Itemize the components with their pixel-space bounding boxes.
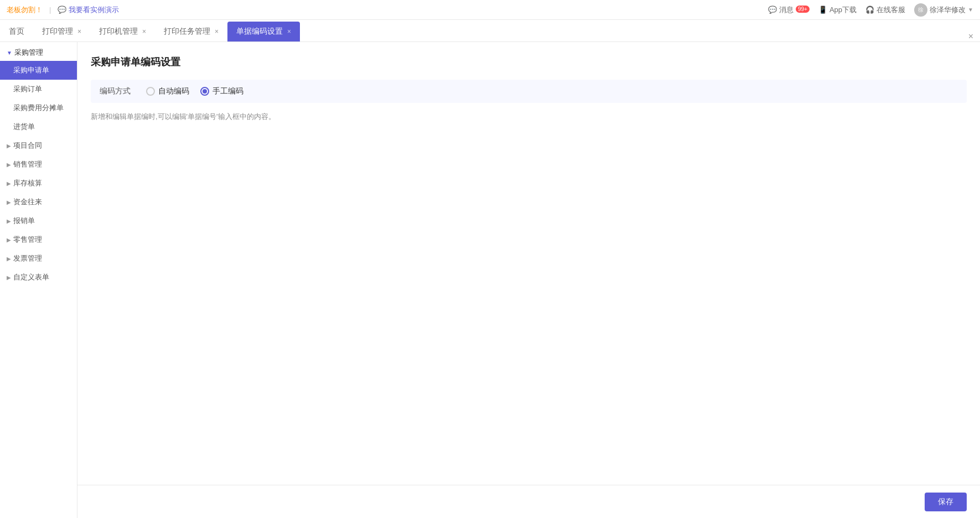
main-layout: ▼ 采购管理 采购申请单 采购订单 采购费用分摊单 进货单 ▶ 项目合同 ▶ 销… xyxy=(0,42,980,518)
sidebar-group-invoice[interactable]: ▶ 发票管理 xyxy=(0,249,77,268)
tab-barcode-setting[interactable]: 单据编码设置 × xyxy=(227,22,300,42)
save-button[interactable]: 保存 xyxy=(925,493,967,511)
sidebar-group-purchase[interactable]: ▼ 采购管理 xyxy=(0,42,77,61)
sidebar-group-funds[interactable]: ▶ 资金往来 xyxy=(0,193,77,211)
chevron-right-icon: ▶ xyxy=(7,180,11,187)
sidebar-group-sales[interactable]: ▶ 销售管理 xyxy=(0,155,77,174)
sidebar-group-project-contract[interactable]: ▶ 项目合同 xyxy=(0,136,77,155)
sidebar-item-purchase-order[interactable]: 采购订单 xyxy=(0,80,77,99)
sidebar-group-retail[interactable]: ▶ 零售管理 xyxy=(0,230,77,249)
tab-printer-mgmt-close[interactable]: × xyxy=(142,28,146,35)
content-body: 采购申请单编码设置 编码方式 自动编码 手工编码 新增和编辑单据编时,可以编辑'… xyxy=(77,42,980,485)
chevron-right-icon: ▶ xyxy=(7,218,11,224)
tab-print-task-label: 打印任务管理 xyxy=(164,27,210,37)
sidebar-group-purchase-label: 采购管理 xyxy=(14,48,43,58)
tab-home-label: 首页 xyxy=(9,27,24,37)
radio-manual-encoding[interactable]: 手工编码 xyxy=(200,86,243,96)
encoding-row: 编码方式 自动编码 手工编码 xyxy=(91,80,967,103)
sidebar-item-receipt-label: 进货单 xyxy=(13,122,35,131)
radio-manual-label: 手工编码 xyxy=(212,86,243,96)
top-bar: 老板勿割！ | 💬 我要看实例演示 💬 消息 99+ 📱 App下载 🎧 在线客… xyxy=(0,0,980,20)
sidebar: ▼ 采购管理 采购申请单 采购订单 采购费用分摊单 进货单 ▶ 项目合同 ▶ 销… xyxy=(0,42,77,518)
radio-group-encoding: 自动编码 手工编码 xyxy=(146,86,243,96)
app-download-button[interactable]: 📱 App下载 xyxy=(818,5,857,15)
hint-text: 新增和编辑单据编时,可以编辑'单据编号'输入框中的内容。 xyxy=(91,112,967,122)
message-button[interactable]: 💬 消息 99+ xyxy=(768,5,810,15)
announcement-divider: | xyxy=(49,6,51,14)
tab-printer-mgmt[interactable]: 打印机管理 × xyxy=(90,22,155,42)
close-panel-icon[interactable]: × xyxy=(968,32,973,42)
page-title: 采购申请单编码设置 xyxy=(91,55,967,69)
message-badge: 99+ xyxy=(796,6,810,13)
chevron-right-icon: ▶ xyxy=(7,199,11,205)
sidebar-item-purchase-expense-label: 采购费用分摊单 xyxy=(13,103,64,112)
demo-link[interactable]: 💬 我要看实例演示 xyxy=(58,5,119,15)
sidebar-group-custom-form[interactable]: ▶ 自定义表单 xyxy=(0,268,77,287)
chevron-right-icon: ▶ xyxy=(7,143,11,149)
sidebar-group-sales-label: 销售管理 xyxy=(13,159,42,169)
tab-home[interactable]: 首页 xyxy=(0,22,33,42)
radio-auto-circle xyxy=(146,87,155,96)
content-area: 采购申请单编码设置 编码方式 自动编码 手工编码 新增和编辑单据编时,可以编辑'… xyxy=(77,42,980,518)
tab-barcode-setting-close[interactable]: × xyxy=(287,28,291,35)
online-service-button[interactable]: 🎧 在线客服 xyxy=(865,5,905,15)
chevron-right-icon: ▶ xyxy=(7,256,11,262)
sidebar-item-purchase-request-label: 采购申请单 xyxy=(13,66,49,74)
radio-auto-label: 自动编码 xyxy=(158,86,189,96)
sidebar-group-project-contract-label: 项目合同 xyxy=(13,141,42,151)
chevron-down-icon: ▼ xyxy=(968,7,973,13)
sidebar-item-purchase-request[interactable]: 采购申请单 xyxy=(0,61,77,80)
chevron-right-icon: ▶ xyxy=(7,162,11,168)
sidebar-group-inventory-label: 库存核算 xyxy=(13,178,42,188)
sidebar-group-retail-label: 零售管理 xyxy=(13,235,42,245)
radio-manual-circle xyxy=(200,87,209,96)
tab-print-mgmt-label: 打印管理 xyxy=(42,27,73,37)
message-icon: 💬 xyxy=(768,6,777,14)
sidebar-group-return-label: 报销单 xyxy=(13,216,35,226)
sidebar-group-inventory[interactable]: ▶ 库存核算 xyxy=(0,174,77,193)
chevron-right-icon: ▶ xyxy=(7,274,11,281)
sidebar-group-invoice-label: 发票管理 xyxy=(13,253,42,263)
tab-print-mgmt-close[interactable]: × xyxy=(77,28,81,35)
sidebar-group-return[interactable]: ▶ 报销单 xyxy=(0,211,77,230)
sidebar-item-receipt[interactable]: 进货单 xyxy=(0,117,77,136)
announcement-text: 老板勿割！ xyxy=(7,5,43,15)
tab-printer-mgmt-label: 打印机管理 xyxy=(99,27,138,37)
tab-barcode-setting-label: 单据编码设置 xyxy=(236,27,283,37)
content-footer: 保存 xyxy=(77,485,980,518)
sidebar-item-purchase-order-label: 采购订单 xyxy=(13,85,42,93)
tab-print-task[interactable]: 打印任务管理 × xyxy=(155,22,227,42)
chevron-right-icon: ▶ xyxy=(7,237,11,243)
radio-auto-encoding[interactable]: 自动编码 xyxy=(146,86,189,96)
encoding-label: 编码方式 xyxy=(100,86,133,96)
sidebar-group-funds-label: 资金往来 xyxy=(13,197,42,207)
headset-icon: 🎧 xyxy=(865,6,874,14)
sidebar-item-purchase-expense[interactable]: 采购费用分摊单 xyxy=(0,99,77,117)
user-menu[interactable]: 徐 徐泽华修改 ▼ xyxy=(914,3,973,17)
tab-bar: 首页 打印管理 × 打印机管理 × 打印任务管理 × 单据编码设置 × × xyxy=(0,20,980,42)
tab-print-mgmt[interactable]: 打印管理 × xyxy=(33,22,90,42)
app-icon: 📱 xyxy=(818,6,827,14)
demo-icon: 💬 xyxy=(58,6,66,14)
sidebar-group-custom-form-label: 自定义表单 xyxy=(13,272,49,282)
top-bar-right: 💬 消息 99+ 📱 App下载 🎧 在线客服 徐 徐泽华修改 ▼ xyxy=(768,3,973,17)
top-bar-left: 老板勿割！ | 💬 我要看实例演示 xyxy=(7,5,119,15)
tab-print-task-close[interactable]: × xyxy=(215,28,219,35)
avatar: 徐 xyxy=(914,3,927,17)
chevron-down-icon: ▼ xyxy=(7,50,12,56)
